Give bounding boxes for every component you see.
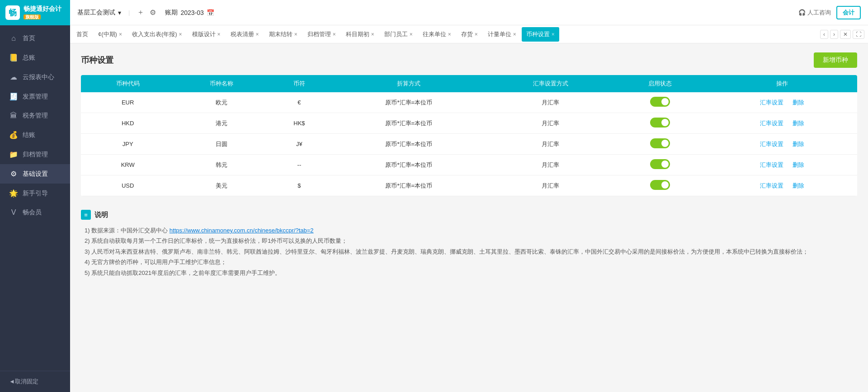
tab-close-currency[interactable]: ×	[552, 31, 555, 38]
tab-close-period-end[interactable]: ×	[294, 31, 297, 38]
nav-label-settlement: 结账	[23, 131, 35, 139]
cell-name: 欧元	[175, 92, 268, 113]
tab-maximize-btn[interactable]: ⛶	[853, 30, 864, 39]
tab-unit[interactable]: 计量单位×	[483, 27, 521, 42]
add-company-icon[interactable]: ＋	[137, 8, 144, 17]
table-row: KRW 韩元 -- 原币*汇率=本位币 月汇率 汇率设置 删除	[81, 155, 857, 175]
nav-icon-settings: ⚙	[9, 170, 18, 178]
logo-title: 畅捷通好会计	[24, 5, 61, 13]
tab-close-tax[interactable]: ×	[256, 31, 259, 38]
cell-actions: 汇率设置 删除	[707, 92, 857, 113]
delete-link[interactable]: 删除	[793, 120, 804, 127]
company-name: 基层工会测试	[77, 9, 115, 17]
cell-enabled	[613, 155, 707, 175]
tab-label-tax: 税表清册	[231, 30, 254, 38]
note-item: 5) 系统只能自动抓取2021年度后的汇率，之前年度汇率需要用户手工维护。	[81, 268, 857, 278]
tab-period-end[interactable]: 期末结转×	[264, 27, 302, 42]
new-currency-button[interactable]: 新增币种	[814, 52, 857, 68]
tab-dept[interactable]: 部门员工×	[380, 27, 417, 42]
sidebar-item-tax[interactable]: 🏛税务管理	[0, 106, 70, 125]
period-label: 账期	[165, 9, 178, 17]
note-section: ≡ 说明 1) 数据来源：中国外汇交易中心 https://www.chinam…	[81, 210, 857, 278]
toggle-enabled[interactable]	[650, 180, 670, 190]
content-area: 币种设置 新增币种 币种代码币种名称币符折算方式汇率设置方式启用状态操作 EUR…	[70, 43, 868, 392]
tab-close-partner[interactable]: ×	[448, 31, 451, 38]
cell-name: 韩元	[175, 155, 268, 175]
tab-close-income[interactable]: ×	[179, 31, 182, 38]
toggle-enabled[interactable]	[650, 97, 670, 107]
tab-label-period-end: 期末结转	[269, 30, 292, 38]
delete-link[interactable]: 删除	[793, 182, 804, 189]
cell-name: 美元	[175, 175, 268, 196]
nav-label-report: 云报表中心	[23, 73, 54, 81]
table-row: EUR 欧元 € 原币*汇率=本位币 月汇率 汇率设置 删除	[81, 92, 857, 113]
sidebar-footer-toggle[interactable]: ◄取消固定	[0, 371, 70, 392]
nav-icon-ledger: 📒	[9, 53, 18, 62]
col-header: 币符	[269, 75, 330, 92]
tab-next-btn[interactable]: ›	[830, 30, 838, 39]
delete-link[interactable]: 删除	[793, 99, 804, 106]
currency-table-container: 币种代码币种名称币符折算方式汇率设置方式启用状态操作 EUR 欧元 € 原币*汇…	[81, 75, 857, 196]
note-link[interactable]: https://www.chinamoney.com.cn/chinese/bk…	[170, 227, 314, 234]
tab-home[interactable]: 首页	[72, 27, 93, 42]
cell-enabled	[613, 92, 707, 113]
tab-close-period[interactable]: ×	[119, 31, 122, 38]
tab-archive[interactable]: 归档管理×	[303, 27, 340, 42]
cell-rate-type: 月汇率	[487, 113, 613, 134]
tab-close-subjects[interactable]: ×	[371, 31, 374, 38]
rate-setting-link[interactable]: 汇率设置	[760, 120, 783, 127]
topbar-divider: |	[128, 9, 130, 16]
tab-close-all-btn[interactable]: ✕	[840, 30, 851, 39]
tab-period[interactable]: ¢(中期)×	[94, 27, 127, 42]
delete-link[interactable]: 删除	[793, 141, 804, 147]
tab-tax[interactable]: 税表清册×	[226, 27, 264, 42]
calendar-icon[interactable]: 📅	[207, 9, 214, 16]
sidebar-item-settings[interactable]: ⚙基础设置	[0, 164, 70, 184]
sidebar-item-invoice[interactable]: 🧾发票管理	[0, 87, 70, 106]
tab-income[interactable]: 收入支出表(年报)×	[127, 27, 187, 42]
account-button[interactable]: 会计	[836, 6, 861, 19]
toggle-enabled[interactable]	[650, 159, 670, 169]
col-header: 币种代码	[81, 75, 175, 92]
cell-symbol: €	[269, 92, 330, 113]
tab-close-unit[interactable]: ×	[513, 31, 516, 38]
tab-subjects[interactable]: 科目期初×	[341, 27, 379, 42]
tab-partner[interactable]: 往来单位×	[418, 27, 456, 42]
note-title-text: 说明	[94, 211, 108, 219]
sidebar-item-home[interactable]: ⌂首页	[0, 29, 70, 48]
delete-link[interactable]: 删除	[793, 161, 804, 168]
cell-enabled	[613, 175, 707, 196]
sidebar-item-report[interactable]: ☁云报表中心	[0, 67, 70, 87]
sidebar-item-guide[interactable]: 🌟新手引导	[0, 184, 70, 203]
tab-label-archive: 归档管理	[307, 30, 331, 38]
rate-setting-link[interactable]: 汇率设置	[760, 182, 783, 189]
rate-setting-link[interactable]: 汇率设置	[760, 141, 783, 147]
company-selector[interactable]: 基层工会测试 ▾	[77, 9, 121, 17]
toggle-enabled[interactable]	[650, 138, 670, 148]
tab-currency[interactable]: 币种设置×	[522, 27, 559, 42]
toggle-enabled[interactable]	[650, 118, 670, 128]
page-title: 币种设置	[81, 55, 113, 66]
sidebar-item-member[interactable]: V畅会员	[0, 203, 70, 222]
tab-close-archive[interactable]: ×	[333, 31, 336, 38]
cell-rate-type: 月汇率	[487, 175, 613, 196]
tab-inventory[interactable]: 存货×	[457, 27, 482, 42]
tab-template[interactable]: 模版设计×	[188, 27, 225, 42]
nav-icon-invoice: 🧾	[9, 92, 18, 101]
tab-close-template[interactable]: ×	[217, 31, 221, 38]
col-header: 汇率设置方式	[487, 75, 613, 92]
settings-icon[interactable]: ⚙	[150, 8, 156, 17]
nav-label-guide: 新手引导	[23, 189, 48, 198]
rate-setting-link[interactable]: 汇率设置	[760, 99, 783, 106]
sidebar-item-archive[interactable]: 📁归档管理	[0, 145, 70, 164]
tab-prev-btn[interactable]: ‹	[820, 30, 828, 39]
tab-label-unit: 计量单位	[488, 30, 511, 38]
tab-close-dept[interactable]: ×	[410, 31, 413, 38]
sidebar-item-settlement[interactable]: 💰结账	[0, 125, 70, 145]
sidebar-item-ledger[interactable]: 📒总账	[0, 48, 70, 67]
service-button[interactable]: 🎧 人工咨询	[798, 9, 831, 17]
table-row: HKD 港元 HK$ 原币*汇率=本位币 月汇率 汇率设置 删除	[81, 113, 857, 134]
cell-rate-type: 月汇率	[487, 155, 613, 175]
tab-close-inventory[interactable]: ×	[475, 31, 478, 38]
rate-setting-link[interactable]: 汇率设置	[760, 161, 783, 168]
